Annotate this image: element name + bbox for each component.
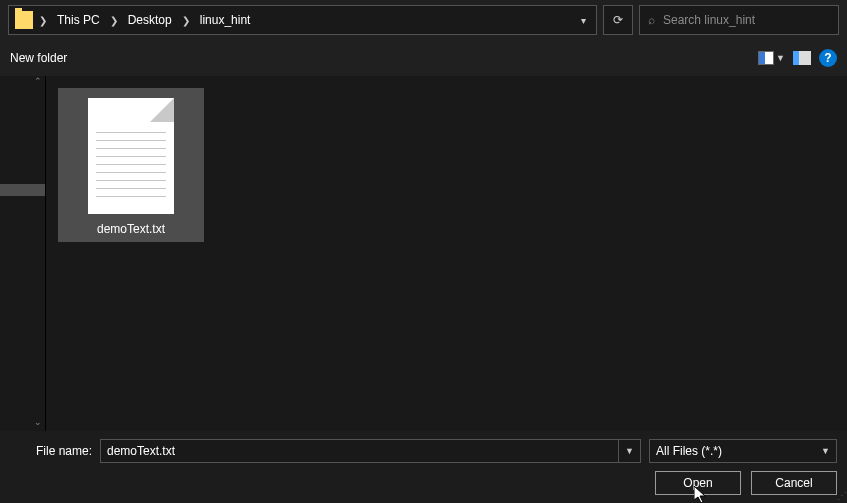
breadcrumb-this-pc[interactable]: This PC bbox=[53, 11, 104, 29]
help-button[interactable]: ? bbox=[819, 49, 837, 67]
filename-dropdown-icon[interactable]: ▼ bbox=[618, 440, 640, 462]
breadcrumb-desktop[interactable]: Desktop bbox=[124, 11, 176, 29]
view-mode-button[interactable]: ▼ bbox=[758, 51, 785, 65]
scroll-down-icon[interactable]: ⌄ bbox=[30, 417, 45, 432]
search-box[interactable]: ⌕ bbox=[639, 5, 839, 35]
dialog-footer: File name: ▼ All Files (*.*) ▼ Open Canc… bbox=[0, 431, 847, 503]
file-type-filter-label: All Files (*.*) bbox=[656, 444, 722, 458]
breadcrumb-linux-hint[interactable]: linux_hint bbox=[196, 11, 255, 29]
search-input[interactable] bbox=[663, 13, 830, 27]
navigation-sidebar[interactable]: ⌃ testers - Person cts ents ads sk (C:) … bbox=[0, 76, 46, 432]
refresh-icon: ⟳ bbox=[613, 13, 623, 27]
chevron-right-icon[interactable]: ❯ bbox=[180, 15, 192, 26]
filename-field-wrap[interactable]: ▼ bbox=[100, 439, 641, 463]
filename-input[interactable] bbox=[101, 440, 618, 462]
breadcrumb-box[interactable]: ❯ This PC ❯ Desktop ❯ linux_hint ▾ bbox=[8, 5, 597, 35]
help-icon: ? bbox=[824, 51, 831, 65]
folder-icon bbox=[15, 11, 33, 29]
preview-pane-button[interactable] bbox=[793, 51, 811, 65]
sidebar-item-disk-d[interactable]: sk (D:) bbox=[0, 344, 45, 370]
sidebar-item[interactable]: ads bbox=[0, 222, 45, 248]
sidebar-item[interactable]: - Person bbox=[0, 102, 45, 128]
chevron-right-icon[interactable]: ❯ bbox=[108, 15, 120, 26]
file-label: demoText.txt bbox=[97, 222, 165, 236]
file-type-filter[interactable]: All Files (*.*) ▼ bbox=[649, 439, 837, 463]
sidebar-item[interactable]: testers bbox=[0, 76, 45, 102]
address-dropdown-icon[interactable]: ▾ bbox=[577, 11, 590, 30]
sidebar-item-disk-c[interactable]: sk (C:) bbox=[0, 318, 45, 344]
file-list[interactable]: demoText.txt bbox=[46, 76, 847, 432]
file-item[interactable]: demoText.txt bbox=[58, 88, 204, 242]
cancel-button[interactable]: Cancel bbox=[751, 471, 837, 495]
filename-label: File name: bbox=[10, 444, 92, 458]
search-icon: ⌕ bbox=[648, 13, 655, 27]
main-area: ⌃ testers - Person cts ents ads sk (C:) … bbox=[0, 76, 847, 432]
sidebar-item-selected[interactable] bbox=[0, 184, 45, 196]
open-button[interactable]: Open bbox=[655, 471, 741, 495]
sidebar-item-disk-e[interactable]: sk (E:) bbox=[0, 370, 45, 396]
resize-grip-icon[interactable]: ⋰ bbox=[837, 490, 845, 501]
address-bar: ❯ This PC ❯ Desktop ❯ linux_hint ▾ ⟳ ⌕ bbox=[0, 0, 847, 40]
new-folder-button[interactable]: New folder bbox=[10, 51, 67, 65]
view-mode-icon bbox=[758, 51, 774, 65]
sidebar-item[interactable]: cts bbox=[0, 158, 45, 184]
chevron-down-icon: ▼ bbox=[776, 53, 785, 63]
toolbar: New folder ▼ ? bbox=[0, 40, 847, 76]
sidebar-item[interactable]: ents bbox=[0, 196, 45, 222]
refresh-button[interactable]: ⟳ bbox=[603, 5, 633, 35]
text-file-icon bbox=[88, 98, 174, 214]
chevron-down-icon: ▼ bbox=[821, 446, 830, 456]
chevron-right-icon[interactable]: ❯ bbox=[37, 15, 49, 26]
